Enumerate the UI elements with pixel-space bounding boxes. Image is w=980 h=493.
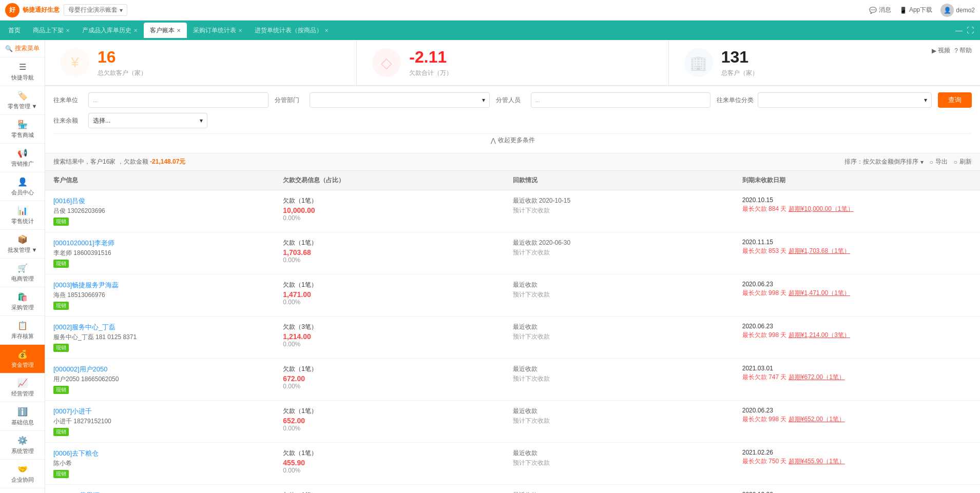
customer-name[interactable]: [0007]小进千 — [53, 407, 283, 416]
sidebar-item-purchase[interactable]: 🛍️ 采购管理 — [0, 287, 45, 316]
tab-products[interactable]: 商品上下架 ✕ — [27, 23, 76, 38]
tab-close-icon[interactable]: ✕ — [238, 28, 242, 33]
repay-info: 最近收款 预计下次收款 — [513, 491, 742, 493]
sidebar-item-finance[interactable]: 💰 资金管理 — [0, 345, 45, 373]
system-icon: ⚙️ — [17, 436, 28, 445]
overdue-link[interactable]: 超期¥1,471.00（1笔） — [789, 289, 850, 297]
balance-placeholder: 选择... — [93, 116, 110, 125]
sidebar: 🔍 搜索菜单 ☰ 快捷导航 🏷️ 零售管理 ▼ 🏪 零售商城 📢 营销推广 👤 … — [0, 40, 45, 493]
avatar: 👤 — [940, 4, 954, 17]
refresh-button[interactable]: ○ 刷新 — [954, 157, 972, 166]
company-selector[interactable]: 母婴行业演示账套 ▾ — [64, 4, 127, 16]
tab-close-icon[interactable]: ✕ — [177, 28, 181, 33]
debt-customers-icon: ¥ — [61, 48, 89, 77]
sidebar-item-member[interactable]: 👤 会员中心 — [0, 172, 45, 201]
filter-dots-icon: ... — [93, 97, 98, 103]
sidebar-item-enterprise[interactable]: 🤝 企业协同 — [0, 460, 45, 488]
sidebar-item-operations[interactable]: 📈 经营管理 — [0, 373, 45, 402]
department-select[interactable]: ▾ — [310, 92, 490, 108]
sidebar-item-inventory[interactable]: 📋 库存核算 — [0, 316, 45, 345]
customer-tag: 现销 — [53, 218, 69, 226]
sidebar-item-label: 采购管理 — [11, 304, 34, 311]
sidebar-item-wholesale[interactable]: 📦 批发管理 ▼ — [0, 230, 45, 259]
debt-info: 欠款（1笔） 455.90 0.00% — [283, 449, 512, 474]
debt-total-icon: ◇ — [372, 48, 401, 77]
customer-info: [0006]去下粮仓 陈小希 现销 — [53, 449, 283, 478]
chevron-down-icon: ▾ — [482, 96, 485, 104]
tab-inbound-stats[interactable]: 进货单统计表（按商品） ✕ — [248, 23, 335, 38]
tab-inbound[interactable]: 产成品入库单历史 ✕ — [76, 23, 144, 38]
tab-close-icon[interactable]: ✕ — [133, 28, 138, 33]
nav-icon: ☰ — [19, 62, 26, 72]
message-button[interactable]: 💬 消息 — [869, 6, 891, 14]
sort-dropdown[interactable]: 排序：按欠款金额倒序排序 ▾ — [844, 157, 924, 166]
filter-source-unit: 往来单位 ... — [53, 92, 268, 108]
sidebar-item-retail-stats[interactable]: 📊 零售统计 — [0, 201, 45, 230]
sidebar-item-system[interactable]: ⚙️ 系统管理 — [0, 431, 45, 460]
debt-amount: 1,471.00 — [283, 290, 512, 299]
overdue-link[interactable]: 超期¥455.90（1笔） — [789, 458, 845, 465]
overdue-link[interactable]: 超期¥10,000.00（1笔） — [789, 205, 854, 212]
sort-label: 排序：按欠款金额倒序排序 — [844, 157, 918, 166]
export-icon: ○ — [930, 159, 933, 166]
debt-count: 欠款（1笔） — [283, 196, 512, 205]
due-info: 2020.11.15 最长欠款 853 天 超期¥1,703.68（1笔） — [742, 239, 972, 255]
sidebar-item-retail-mall[interactable]: 🏪 零售商城 — [0, 115, 45, 144]
tab-minimize-icon[interactable]: — — [955, 26, 963, 34]
user-menu[interactable]: 👤 demo2 — [940, 4, 975, 17]
export-button[interactable]: ○ 导出 — [930, 157, 948, 166]
stats-header: ¥ 16 总欠款客户（家） ◇ -2.11 欠款合计（万） 🏢 131 总客户（… — [45, 40, 980, 86]
filter-label: 往来余额 — [53, 116, 84, 125]
customer-name[interactable]: [0001020001]李老师 — [53, 239, 283, 248]
sidebar-item-label: 快捷导航 — [11, 74, 34, 81]
filter-more-toggle[interactable]: ⋀ 收起更多条件 — [53, 133, 972, 147]
tab-customer-account[interactable]: 客户账本 ✕ — [144, 23, 187, 38]
filter-department: 分管部门 ▾ — [275, 92, 490, 108]
repay-date: 最近收款 — [513, 323, 742, 331]
customer-name[interactable]: [0006]去下粮仓 — [53, 449, 283, 458]
customer-name[interactable]: [000002]用户2050 — [53, 365, 283, 374]
repay-date: 最近收款 2020-06-30 — [513, 239, 742, 247]
overdue-link[interactable]: 超期¥672.00（1笔） — [789, 373, 845, 381]
video-button[interactable]: ▶ 视频 — [932, 46, 950, 55]
sidebar-item-marketing[interactable]: 📢 营销推广 — [0, 144, 45, 172]
debt-info: 欠款（1笔） 1,703.68 0.00% — [283, 239, 512, 264]
sidebar-item-retail-management[interactable]: 🏷️ 零售管理 ▼ — [0, 86, 45, 115]
search-button[interactable]: 查询 — [938, 92, 972, 108]
source-unit-input[interactable]: ... — [88, 92, 268, 108]
customer-name[interactable]: [0002]服务中心_丁磊 — [53, 323, 283, 332]
customer-name[interactable]: [0003]畅捷服务尹海蕊 — [53, 281, 283, 290]
debt-ratio: 0.00% — [283, 257, 512, 264]
sidebar-item-basic-info[interactable]: ℹ️ 基础信息 — [0, 402, 45, 431]
mall-icon: 🏪 — [17, 120, 28, 129]
customer-name[interactable]: [0016]吕俊 — [53, 196, 283, 206]
repay-info: 最近收款 预计下次收款 — [513, 449, 742, 467]
sidebar-item-quick-nav[interactable]: ☰ 快捷导航 — [0, 57, 45, 86]
customer-info: [000001]黄思源 黄思源 13552700226 现销 — [53, 491, 283, 493]
due-info: 2021.03.01 最长欠款 747 天 超期¥672.00（1笔） — [742, 365, 972, 382]
results-bar: 搜索结果中，客户16家 ，欠款金额 -21,148.07元 排序：按欠款金额倒序… — [45, 153, 980, 171]
sidebar-item-ecommerce[interactable]: 🛒 电商管理 — [0, 259, 45, 287]
customer-phone: 小进千 18279152100 — [53, 417, 283, 426]
unit-category-select[interactable]: ▾ — [758, 92, 932, 108]
filter-row-1: 往来单位 ... 分管部门 ▾ 分管人员 ... — [53, 92, 972, 108]
tab-purchase-stats[interactable]: 采购订单统计表 ✕ — [187, 23, 248, 38]
sidebar-item-guide[interactable]: 🎯 新手引导 — [0, 488, 45, 493]
tab-products-label: 商品上下架 — [33, 26, 64, 35]
filter-label: 分管部门 — [275, 96, 305, 105]
sidebar-item-label: 营销推广 — [11, 160, 34, 167]
overdue-link[interactable]: 超期¥652.00（1笔） — [789, 416, 845, 423]
tab-close-icon[interactable]: ✕ — [66, 28, 70, 33]
app-download-button[interactable]: 📱 App下载 — [899, 6, 932, 14]
balance-select[interactable]: 选择... ▾ — [88, 113, 207, 128]
help-button[interactable]: ? 帮助 — [954, 46, 972, 55]
manager-input[interactable]: ... — [531, 92, 711, 108]
overdue-link[interactable]: 超期¥1,214.00（3笔） — [789, 331, 850, 339]
customer-name[interactable]: [000001]黄思源 — [53, 491, 283, 493]
search-menu[interactable]: 🔍 搜索菜单 — [0, 40, 45, 57]
tab-expand-icon[interactable]: ⛶ — [967, 26, 974, 34]
tab-home[interactable]: 首页 — [2, 23, 27, 38]
overdue-link[interactable]: 超期¥1,703.68（1笔） — [789, 247, 850, 254]
filter-more-label: 收起更多条件 — [498, 136, 535, 145]
tab-close-icon[interactable]: ✕ — [324, 28, 329, 33]
